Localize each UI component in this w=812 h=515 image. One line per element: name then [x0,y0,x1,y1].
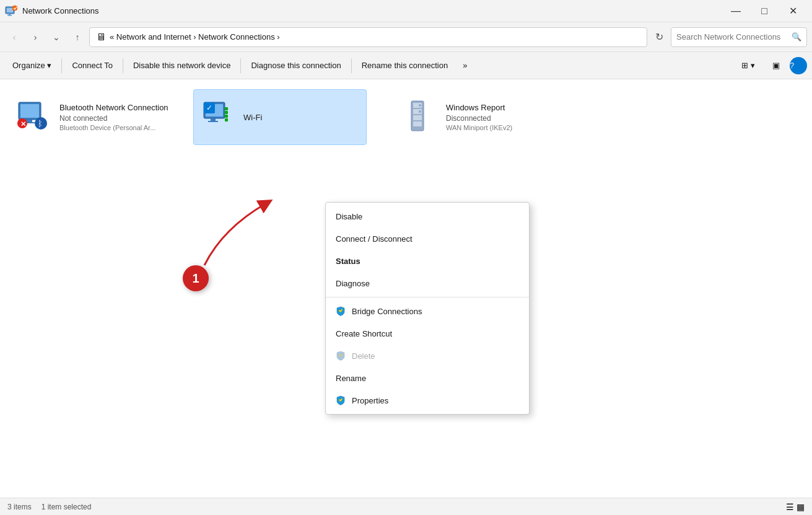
ctx-status[interactable]: Status [326,250,529,272]
view-pane-button[interactable]: ▣ [765,55,787,77]
delete-label: Delete [352,351,375,361]
title-bar: Network Connections — □ ✕ [0,0,812,22]
toolbar-sep-2 [123,58,123,73]
ctx-bridge-connections[interactable]: Bridge Connections [326,300,529,322]
toolbar-sep-4 [351,58,352,73]
disable-button[interactable]: Disable this network device [126,55,238,77]
grid-view-button[interactable]: ▦ [797,502,805,512]
ctx-diagnose[interactable]: Diagnose [326,272,529,294]
close-button[interactable]: ✕ [779,0,807,22]
bluetooth-connection-item[interactable]: ✕ ᛒ Bluetooth Network Connection Not con… [10,89,183,145]
rename-label: Rename [336,374,366,383]
diagnose-label: Diagnose [336,279,370,288]
svg-point-26 [419,104,421,107]
help-button[interactable]: ? [790,57,807,74]
svg-text:ᛒ: ᛒ [38,119,43,128]
svg-rect-18 [225,115,228,118]
minimize-button[interactable]: — [722,0,750,22]
status-bar: 3 items 1 item selected ☰ ▦ [0,498,812,515]
windows-report-icon [404,100,439,134]
ctx-delete: Delete [326,345,529,367]
svg-rect-17 [225,118,228,121]
status-right-icons: ☰ ▦ [786,502,805,512]
wifi-icon: ✓ [201,100,236,134]
diagnose-button[interactable]: Diagnose this connection [243,55,348,77]
windows-report-connection-info: Windows Report Disconnected WAN Miniport… [446,103,562,131]
toolbar-sep-3 [240,58,241,73]
ctx-disable[interactable]: Disable [326,205,529,227]
address-path-bar[interactable]: 🖥 « Network and Internet › Network Conne… [89,27,647,47]
windows-report-connection-item[interactable]: Windows Report Disconnected WAN Miniport… [396,89,570,145]
address-bar: ‹ › ⌄ ↑ 🖥 « Network and Internet › Netwo… [0,22,812,52]
bluetooth-icon: ✕ ᛒ [17,100,52,134]
svg-rect-6 [20,104,39,118]
back-button[interactable]: ‹ [5,28,24,46]
toolbar: Organize ▾ Connect To Disable this netwo… [0,52,812,79]
path-icon: 🖥 [96,32,106,43]
ctx-rename[interactable]: Rename [326,367,529,389]
svg-rect-20 [225,107,228,110]
svg-rect-15 [211,118,216,121]
properties-shield-icon [336,395,346,405]
connections-area: 1 ✕ [0,79,812,498]
svg-text:✕: ✕ [20,120,26,128]
more-button[interactable]: » [455,55,474,77]
windows-report-device: WAN Miniport (IKEv2) [446,124,562,131]
svg-rect-16 [208,121,218,122]
app-icon [5,5,17,17]
bluetooth-connection-name: Bluetooth Network Connection [59,103,176,112]
item-count: 3 items [7,503,32,511]
recent-locations-button[interactable]: ⌄ [47,28,66,46]
svg-rect-24 [413,115,422,120]
wifi-connection-item[interactable]: ✓ Wi-Fi [193,89,367,145]
svg-rect-25 [413,121,422,126]
delete-shield-icon [336,351,346,361]
refresh-button[interactable]: ↻ [650,28,668,46]
toolbar-sep-1 [61,58,62,73]
svg-rect-3 [7,15,12,16]
window-controls: — □ ✕ [722,0,807,22]
bluetooth-connection-status: Not connected [59,114,176,123]
create-shortcut-label: Create Shortcut [336,329,392,338]
search-input[interactable] [676,32,788,42]
view-layout-button[interactable]: ⊞ ▾ [734,55,762,77]
wifi-connection-name: Wi-Fi [243,113,359,122]
window-title: Network Connections [22,6,722,15]
rename-button[interactable]: Rename this connection [354,55,455,77]
maximize-button[interactable]: □ [750,0,779,22]
main-content: 1 ✕ [0,79,812,498]
ctx-properties[interactable]: Properties [326,389,529,412]
wifi-connection-info: Wi-Fi [243,113,359,122]
svg-rect-1 [7,8,13,12]
windows-report-name: Windows Report [446,103,562,112]
connect-to-button[interactable]: Connect To [64,55,120,77]
forward-button[interactable]: › [26,28,45,46]
windows-report-status: Disconnected [446,114,562,123]
ctx-create-shortcut[interactable]: Create Shortcut [326,322,529,345]
toolbar-right: ⊞ ▾ ▣ ? [734,55,807,77]
svg-point-27 [419,110,421,113]
annotation-arrow-1 [186,191,285,278]
ctx-connect-disconnect[interactable]: Connect / Disconnect [326,227,529,250]
bridge-shield-icon [336,306,346,316]
context-menu: Disable Connect / Disconnect Status Diag… [325,202,530,415]
path-text: « Network and Internet › Network Connect… [110,32,280,42]
selected-count: 1 item selected [41,503,92,511]
list-view-button[interactable]: ☰ [786,502,794,512]
bluetooth-connection-info: Bluetooth Network Connection Not connect… [59,103,176,131]
search-box[interactable]: 🔍 [671,27,807,47]
ctx-sep-1 [326,297,529,297]
properties-label: Properties [352,396,388,405]
status-label: Status [336,257,360,266]
svg-rect-19 [225,111,228,114]
search-icon: 🔍 [792,32,801,42]
connect-disconnect-label: Connect / Disconnect [336,234,413,244]
disable-label: Disable [336,212,362,221]
bluetooth-connection-device: Bluetooth Device (Personal Ar... [59,124,176,131]
up-button[interactable]: ↑ [68,28,87,46]
wifi-checkbox: ✓ [204,102,215,113]
bridge-connections-label: Bridge Connections [352,307,422,316]
organize-button[interactable]: Organize ▾ [5,55,59,77]
